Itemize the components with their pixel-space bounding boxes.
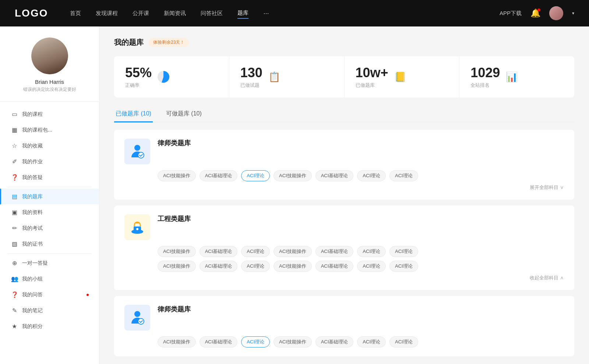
sidebar-item-my-qanda[interactable]: ❓ 我的问答 <box>0 287 99 303</box>
one-on-one-icon: ⊕ <box>11 260 18 267</box>
notification-bell[interactable]: 🔔 <box>530 8 540 18</box>
tag-engineer-4[interactable]: ACI基础理论 <box>315 246 354 257</box>
nav-more[interactable]: ··· <box>263 10 269 17</box>
tag-engineer-11[interactable]: ACI基础理论 <box>315 261 354 272</box>
my-questions-icon: ❓ <box>11 174 18 181</box>
nav-opencourse[interactable]: 公开课 <box>133 8 149 18</box>
sidebar-menu: ▭ 我的课程 ▦ 我的课程包... ☆ 我的收藏 ✐ 我的作业 ❓ 我的答疑 ▤ <box>0 102 99 339</box>
sidebar-item-my-certificates[interactable]: ▧ 我的证书 <box>0 236 99 252</box>
my-homework-icon: ✐ <box>11 158 18 165</box>
tab-todo-banks[interactable]: 可做题库 (10) <box>165 106 203 122</box>
tag-lawyer-1-3[interactable]: ACI技能操作 <box>274 170 312 181</box>
tag-lawyer-1-5[interactable]: ACI理论 <box>357 170 386 181</box>
my-favorites-label: 我的收藏 <box>22 143 43 149</box>
collapse-link-engineer[interactable]: 收起全部科目 ∧ <box>124 275 564 281</box>
tag-engineer-10[interactable]: ACI技能操作 <box>274 261 312 272</box>
qbank-card-lawyer-1: 律师类题库 ACI技能操作 ACI基础理论 ACI理论 ACI技能操作 ACI基… <box>114 130 574 200</box>
tag-engineer-2[interactable]: ACI理论 <box>241 246 270 257</box>
qbank-icon-engineer <box>124 214 150 240</box>
my-materials-label: 我的资料 <box>22 209 43 216</box>
my-notes-label: 我的笔记 <box>22 307 43 314</box>
sidebar-item-my-course-packages[interactable]: ▦ 我的课程包... <box>0 122 99 138</box>
avatar[interactable] <box>549 6 563 20</box>
my-favorites-icon: ☆ <box>11 142 18 149</box>
tag-engineer-13[interactable]: ACI理论 <box>389 261 418 272</box>
tag-lawyer2-0[interactable]: ACI技能操作 <box>158 336 196 347</box>
nav-home[interactable]: 首页 <box>70 8 81 18</box>
book-icon: 📒 <box>394 71 406 83</box>
qbank-title-lawyer-1: 律师类题库 <box>158 139 191 147</box>
my-course-packages-icon: ▦ <box>11 126 18 133</box>
tag-engineer-8[interactable]: ACI基础理论 <box>200 261 238 272</box>
qbank-title-engineer: 工程类题库 <box>158 214 191 223</box>
sidebar-item-my-points[interactable]: ★ 我的积分 <box>0 318 99 334</box>
tag-lawyer2-6[interactable]: ACI理论 <box>389 336 418 347</box>
stat-ranking-text: 1029 全站排名 <box>470 65 500 89</box>
tags-row-lawyer-1: ACI技能操作 ACI基础理论 ACI理论 ACI技能操作 ACI基础理论 AC… <box>158 170 564 181</box>
ranking-label: 全站排名 <box>470 82 500 89</box>
qbank-title-lawyer-2: 律师类题库 <box>158 305 191 314</box>
sidebar-item-one-on-one[interactable]: ⊕ 一对一答疑 <box>0 255 99 271</box>
expand-link-lawyer-1[interactable]: 展开全部科目 ∨ <box>124 184 564 191</box>
tags-row-lawyer-2: ACI技能操作 ACI基础理论 ACI理论 ACI技能操作 ACI基础理论 AC… <box>158 336 564 347</box>
qbank-icon-lawyer-2 <box>124 305 150 331</box>
tag-lawyer-1-4[interactable]: ACI基础理论 <box>315 170 354 181</box>
sidebar-item-my-notes[interactable]: ✎ 我的笔记 <box>0 303 99 318</box>
tag-engineer-9[interactable]: ACI理论 <box>241 261 270 272</box>
sidebar-item-my-questionbank[interactable]: ▤ 我的题库 <box>0 189 99 204</box>
tag-lawyer-1-1[interactable]: ACI基础理论 <box>200 170 238 181</box>
engineer-icon-svg <box>129 219 145 235</box>
tab-done-banks[interactable]: 已做题库 (10) <box>114 106 153 122</box>
qanda-notification-dot <box>87 294 89 296</box>
stat-done-banks: 10w+ 已做题库 📒 <box>345 56 460 97</box>
notification-dot <box>537 8 540 11</box>
my-points-label: 我的积分 <box>22 323 43 330</box>
done-questions-number: 130 <box>240 65 262 81</box>
sidebar-item-my-favorites[interactable]: ☆ 我的收藏 <box>0 138 99 154</box>
my-courses-icon: ▭ <box>11 111 18 118</box>
nav-discover[interactable]: 发现课程 <box>96 8 118 18</box>
sidebar-item-my-materials[interactable]: ▣ 我的资料 <box>0 204 99 220</box>
avatar-dropdown[interactable]: ▾ <box>572 11 574 16</box>
sidebar-item-my-exams[interactable]: ✏ 我的考试 <box>0 220 99 236</box>
sidebar-item-my-homework[interactable]: ✐ 我的作业 <box>0 154 99 169</box>
tag-lawyer2-2[interactable]: ACI理论 <box>241 336 270 347</box>
my-questionbank-label: 我的题库 <box>22 193 43 200</box>
page-title-row: 我的题库 体验剩余23天！ <box>114 38 574 47</box>
app-download-button[interactable]: APP下载 <box>500 10 522 17</box>
tag-lawyer-1-0[interactable]: ACI技能操作 <box>158 170 196 181</box>
my-course-packages-label: 我的课程包... <box>22 127 52 133</box>
nav-news[interactable]: 新闻资讯 <box>164 8 186 18</box>
tag-lawyer-1-6[interactable]: ACI理论 <box>389 170 418 181</box>
my-group-label: 我的小组 <box>22 276 43 282</box>
tag-engineer-5[interactable]: ACI理论 <box>357 246 386 257</box>
tag-lawyer-1-2[interactable]: ACI理论 <box>241 170 270 181</box>
tag-lawyer2-4[interactable]: ACI基础理论 <box>315 336 354 347</box>
trial-badge: 体验剩余23天！ <box>149 38 189 47</box>
svg-point-6 <box>134 311 140 317</box>
tag-lawyer2-1[interactable]: ACI基础理论 <box>200 336 238 347</box>
qbank-icon-lawyer-1 <box>124 139 150 164</box>
tag-engineer-1[interactable]: ACI基础理论 <box>200 246 238 257</box>
lawyer-icon-svg <box>129 143 145 160</box>
tag-engineer-3[interactable]: ACI技能操作 <box>274 246 312 257</box>
tag-engineer-0[interactable]: ACI技能操作 <box>158 246 196 257</box>
accuracy-number: 55% <box>125 65 152 81</box>
tag-engineer-6[interactable]: ACI理论 <box>389 246 418 257</box>
stat-ranking: 1029 全站排名 📊 <box>459 56 574 97</box>
tag-lawyer2-3[interactable]: ACI技能操作 <box>274 336 312 347</box>
main-layout: Brian Harris 错误的决定比没有决定要好 ▭ 我的课程 ▦ 我的课程包… <box>0 26 589 364</box>
nav-qa[interactable]: 问答社区 <box>201 8 223 18</box>
chart-icon: 📊 <box>506 71 518 83</box>
tag-lawyer2-5[interactable]: ACI理论 <box>357 336 386 347</box>
qbank-header-engineer: 工程类题库 <box>124 214 564 240</box>
tag-engineer-12[interactable]: ACI理论 <box>357 261 386 272</box>
nav-questionbank[interactable]: 题库 <box>237 8 248 19</box>
sidebar-item-my-questions[interactable]: ❓ 我的答疑 <box>0 169 99 185</box>
profile-avatar <box>31 38 68 74</box>
sidebar-item-my-courses[interactable]: ▭ 我的课程 <box>0 106 99 122</box>
sidebar-item-my-group[interactable]: 👥 我的小组 <box>0 271 99 287</box>
nav-right-section: APP下载 🔔 ▾ <box>500 6 574 20</box>
tag-engineer-7[interactable]: ACI技能操作 <box>158 261 196 272</box>
svg-point-7 <box>138 318 144 324</box>
